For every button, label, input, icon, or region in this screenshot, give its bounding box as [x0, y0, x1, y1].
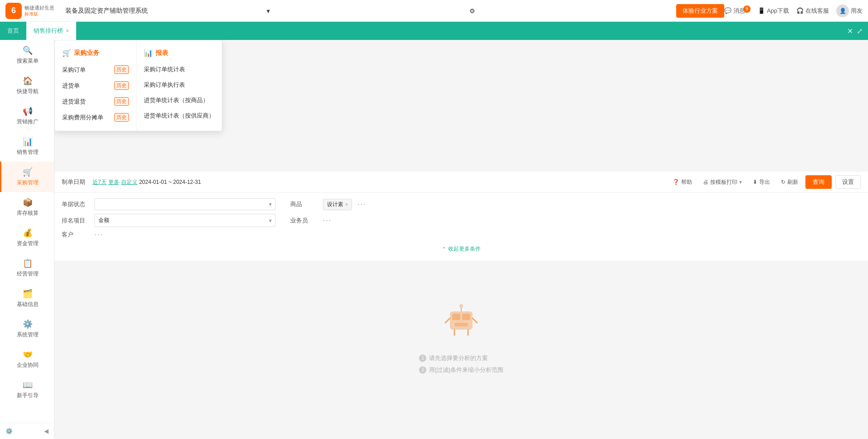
report-menu-icon: 📊	[144, 49, 153, 57]
rank-label: 排名项目	[62, 217, 89, 225]
sidebar-item-inventory[interactable]: 📦 库存核算	[0, 192, 54, 222]
box-icon: 📦	[23, 197, 33, 207]
menu-item-incoming[interactable]: 进货单 历史	[55, 78, 136, 94]
help-icon: ❓	[673, 179, 679, 185]
empty-illustration	[439, 298, 484, 343]
menu-item-incoming-by-supplier[interactable]: 进货单统计表（按供应商）	[137, 108, 222, 123]
sidebar-item-system[interactable]: ⚙️ 系统管理	[0, 314, 54, 344]
header-right: 💬 消息 9 📱 App下载 🎧 在线客服 👤 用友	[724, 5, 863, 17]
svg-rect-3	[454, 323, 468, 326]
filter-area: 单据状态 ▾ 商品 设计素 × ··· 排名项目 金	[54, 193, 868, 261]
customer-more-btn[interactable]: ···	[94, 231, 103, 239]
sidebar-settings-icon[interactable]: ⚙️	[5, 428, 13, 434]
rank-chevron-icon: ▾	[269, 217, 272, 224]
menu-item-incoming-by-goods[interactable]: 进货单统计表（按商品）	[137, 93, 222, 108]
svg-line-6	[445, 318, 450, 323]
notification-btn[interactable]: 💬 消息 9	[724, 7, 751, 15]
tab-maximize-icon[interactable]: ⤢	[857, 27, 863, 35]
customer-label: 客户	[62, 231, 89, 239]
status-label: 单据状态	[62, 200, 89, 208]
sidebar-item-purchase[interactable]: 🛒 采购管理	[0, 162, 54, 192]
goods-more-btn[interactable]: ···	[357, 200, 366, 208]
date-shortcut-more[interactable]: 更多	[108, 178, 119, 186]
menu-item-purchase-order-exec[interactable]: 采购订单执行表	[137, 77, 222, 93]
chart-icon: 📊	[23, 137, 33, 147]
tab-bar: 首页 销售排行榜 × ✕ ⤢	[0, 22, 868, 40]
collapse-row[interactable]: ⌃ 收起更多条件	[62, 242, 861, 256]
dropdown-menu: 🛒 采购业务 采购订单 历史 进货单 历史 进货退货 历史 采购费用分摊单	[54, 40, 222, 131]
menu-item-purchase-order-stat[interactable]: 采购订单统计表	[137, 62, 222, 77]
logo-icon: 6	[5, 3, 22, 19]
sidebar-item-marketing[interactable]: 📢 营销推广	[0, 101, 54, 131]
online-service-btn[interactable]: 🎧 在线客服	[796, 7, 829, 15]
date-shortcut-7days[interactable]: 近7天	[93, 178, 107, 186]
industry-btn[interactable]: 体验行业方案	[676, 4, 724, 18]
menu-item-purchase-order[interactable]: 采购订单 历史	[55, 62, 136, 78]
system-title-chevron-icon[interactable]: ▾	[267, 7, 466, 15]
tab-sales-ranking[interactable]: 销售排行榜 ×	[26, 22, 76, 40]
logo-text: 畅捷通好生意 标准版	[24, 5, 54, 17]
message-icon: 💬	[724, 7, 731, 14]
sidebar-item-enterprise[interactable]: 🤝 企业协同	[0, 344, 54, 375]
svg-point-5	[459, 304, 463, 308]
svg-rect-1	[452, 314, 460, 320]
export-icon: ⬇	[753, 179, 757, 185]
date-shortcut-custom[interactable]: 自定义	[121, 178, 137, 186]
refresh-btn[interactable]: ↻ 刷新	[777, 177, 802, 188]
date-label: 制单日期	[62, 178, 89, 186]
salesman-more-btn[interactable]: ···	[323, 217, 332, 225]
tab-close-icon[interactable]: ×	[66, 28, 69, 34]
export-btn[interactable]: ⬇ 导出	[749, 177, 774, 188]
filter-toolbar-wrapper: 制单日期 近7天 更多 自定义 2024-01-01 ~ 2024-12-31 …	[54, 172, 868, 412]
collapse-up-icon: ⌃	[442, 246, 446, 252]
sidebar-collapse-icon[interactable]: ◀	[44, 428, 49, 434]
menu-item-return[interactable]: 进货退货 历史	[55, 94, 136, 109]
print-icon: 🖨	[703, 179, 708, 185]
dropdown-col1-header: 🛒 采购业务	[55, 46, 136, 62]
sidebar-item-quick-nav[interactable]: 🏠 快捷导航	[0, 70, 54, 101]
book-icon: 📖	[23, 380, 33, 390]
user-btn[interactable]: 👤 用友	[836, 5, 863, 17]
sidebar-item-finance[interactable]: 💰 资金管理	[0, 222, 54, 253]
history-badge-1: 历史	[114, 81, 129, 90]
purchase-menu-icon: 🛒	[62, 49, 71, 57]
date-range: 近7天 更多 自定义 2024-01-01 ~ 2024-12-31	[93, 178, 201, 186]
tab-home[interactable]: 首页	[0, 22, 26, 40]
query-btn[interactable]: 查询	[805, 175, 832, 189]
clipboard-icon: 📋	[23, 258, 33, 268]
filter-row-3: 客户 ···	[62, 231, 861, 239]
sidebar-bottom: ⚙️ ◀	[0, 423, 54, 439]
content-area: 🛒 采购业务 采购订单 历史 进货单 历史 进货退货 历史 采购费用分摊单	[54, 40, 868, 439]
menu-item-expense[interactable]: 采购费用分摊单 历史	[55, 109, 136, 125]
sidebar-item-guide[interactable]: 📖 新手引导	[0, 375, 54, 405]
tab-close-window-icon[interactable]: ✕	[847, 27, 853, 35]
settings-gear-icon[interactable]: ⚙	[469, 7, 669, 15]
refresh-icon: ↻	[781, 179, 785, 185]
sidebar-item-search[interactable]: 🔍 搜索菜单	[0, 40, 54, 70]
toolbar-row: 制单日期 近7天 更多 自定义 2024-01-01 ~ 2024-12-31 …	[54, 172, 868, 193]
date-value: 2024-01-01 ~ 2024-12-31	[139, 179, 201, 185]
tip-num-1: 1	[419, 355, 426, 362]
sidebar-item-sales[interactable]: 📊 销售管理	[0, 131, 54, 162]
tab-bar-right: ✕ ⤢	[847, 27, 868, 35]
help-btn[interactable]: ❓ 帮助	[669, 177, 696, 188]
dropdown-col2-header: 📊 报表	[137, 46, 222, 62]
dropdown-col-report: 📊 报表 采购订单统计表 采购订单执行表 进货单统计表（按商品） 进货单统计表（…	[137, 40, 222, 131]
sidebar-item-operations[interactable]: 📋 经营管理	[0, 253, 54, 283]
search-icon: 🔍	[23, 45, 33, 55]
app-download-btn[interactable]: 📱 App下载	[758, 7, 789, 15]
top-header: 6 畅捷通好生意 标准版 装备及固定资产辅助管理系统 ▾ ⚙ 体验行业方案 💬 …	[0, 0, 868, 22]
sidebar-item-basic-info[interactable]: 🗂️ 基础信息	[0, 283, 54, 314]
filter-row-1: 单据状态 ▾ 商品 设计素 × ···	[62, 198, 861, 210]
print-btn[interactable]: 🖨 按模板打印 ▾	[699, 177, 746, 188]
system-icon: ⚙️	[23, 319, 33, 329]
print-dropdown-icon: ▾	[739, 179, 742, 185]
filter-row-2: 排名项目 金额 ▾ 业务员 ···	[62, 214, 861, 227]
goods-tag-close-icon[interactable]: ×	[345, 202, 348, 207]
status-select[interactable]: ▾	[94, 198, 276, 210]
svg-line-7	[473, 318, 477, 323]
settings-btn[interactable]: 设置	[835, 175, 861, 189]
rank-select[interactable]: 金额 ▾	[94, 214, 276, 227]
dropdown-col-purchase: 🛒 采购业务 采购订单 历史 进货单 历史 进货退货 历史 采购费用分摊单	[55, 40, 137, 131]
status-chevron-icon: ▾	[269, 201, 272, 207]
